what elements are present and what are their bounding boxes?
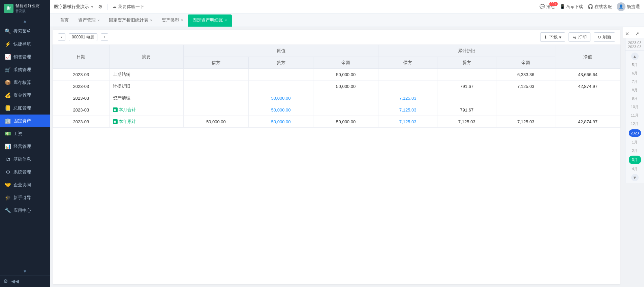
sidebar-item-inventory[interactable]: 📦 库存核算 bbox=[0, 76, 50, 89]
timeline-year-label2: 2023.03 bbox=[625, 45, 644, 49]
sidebar-item-apps[interactable]: 🔧 应用中心 bbox=[0, 204, 50, 217]
month-tag-icon: ▣ bbox=[113, 107, 118, 112]
nav-prev-button[interactable]: ‹ bbox=[58, 33, 65, 41]
sidebar-item-label: 库存核算 bbox=[13, 79, 31, 86]
cell-date: 2023-03 bbox=[53, 69, 110, 81]
tab-asset-type[interactable]: 资产类型 × bbox=[157, 14, 188, 27]
sidebar-nav: 🔍 搜索菜单 ⚡ 快捷导航 📈 销售管理 🛒 采购管理 📦 库存核算 💰 资金管… bbox=[0, 25, 50, 267]
sidebar-item-coop[interactable]: 🤝 企业协同 bbox=[0, 179, 50, 191]
asset-code-badge: 000001 电脑 bbox=[69, 33, 97, 41]
close-icon[interactable]: × bbox=[97, 18, 99, 22]
basic-icon: 🗂 bbox=[5, 156, 11, 162]
table-row: 2023-03 计提折旧 50,000.00 791.67 7,125.03 4… bbox=[53, 81, 620, 92]
timeline-month-4[interactable]: 4月 bbox=[625, 165, 644, 173]
sales-icon: 📈 bbox=[5, 54, 11, 60]
download-button[interactable]: ⬇ 下载 ▾ bbox=[540, 32, 565, 42]
timeline-month-9[interactable]: 9月 bbox=[625, 94, 644, 103]
tab-depreciation-stats-label: 固定资产折旧统计表 bbox=[109, 17, 148, 23]
user-avatar-button[interactable]: 👤 畅捷通 bbox=[617, 2, 640, 11]
cell-net-value bbox=[555, 104, 620, 116]
sidebar-item-fixed[interactable]: 🏢 固定资产 bbox=[0, 115, 50, 127]
sidebar-item-finance[interactable]: 💰 资金管理 bbox=[0, 89, 50, 102]
print-icon: 🖨 bbox=[572, 35, 577, 40]
close-icon[interactable]: × bbox=[225, 18, 227, 22]
timeline-month-6[interactable]: 6月 bbox=[625, 69, 644, 77]
app-label: App下载 bbox=[566, 4, 583, 10]
right-sidebar-timeline: 2023.03 2023.03 ▲ 5月 6月 7月 8月 9月 10月 11月… bbox=[625, 38, 644, 183]
scroll-down-button[interactable]: ▼ bbox=[0, 267, 50, 275]
timeline-year-badge[interactable]: 2023 bbox=[629, 129, 641, 137]
timeline-month-11[interactable]: 11月 bbox=[625, 111, 644, 120]
timeline-month-2[interactable]: 2月 bbox=[625, 147, 644, 155]
th-orig-balance: 余额 bbox=[313, 57, 378, 69]
cell-orig-balance: 50,000.00 bbox=[313, 69, 378, 81]
sidebar-item-system[interactable]: ⚙ 系统管理 bbox=[0, 166, 50, 179]
logo-icon: 财 bbox=[4, 4, 13, 13]
timeline-down-button[interactable]: ▼ bbox=[631, 174, 639, 181]
timeline-up-button[interactable]: ▲ bbox=[631, 53, 639, 60]
cell-net-value: 42,874.97 bbox=[555, 116, 620, 128]
experience-button[interactable]: ☁ 我要体验一下 bbox=[112, 4, 144, 10]
sidebar-item-search[interactable]: 🔍 搜索菜单 bbox=[0, 25, 50, 38]
tab-asset-mgmt[interactable]: 资产管理 × bbox=[73, 14, 104, 27]
timeline-month-12[interactable]: 12月 bbox=[625, 120, 644, 128]
sidebar-item-basic[interactable]: 🗂 基础信息 bbox=[0, 153, 50, 166]
sidebar-item-operation[interactable]: 📊 经营管理 bbox=[0, 140, 50, 153]
guide-icon: 🎓 bbox=[5, 195, 11, 201]
download-icon: ⬇ bbox=[544, 35, 548, 40]
timeline-month-10[interactable]: 10月 bbox=[625, 103, 644, 111]
cell-date: 2023-03 bbox=[53, 104, 110, 116]
table-row: 2023-03 上期结转 50,000.00 6,333.36 43,666.6… bbox=[53, 69, 620, 81]
tab-home[interactable]: 首页 bbox=[55, 14, 73, 27]
timeline-month-7[interactable]: 7月 bbox=[625, 77, 644, 86]
gear-icon[interactable]: ⚙ bbox=[98, 4, 102, 10]
message-button[interactable]: 💬 消息 99+ bbox=[540, 4, 555, 10]
timeline-month-1[interactable]: 1月 bbox=[625, 138, 644, 147]
timeline-year-label1: 2023.03 bbox=[625, 41, 644, 45]
service-button[interactable]: 🎧 在线客服 bbox=[588, 4, 612, 10]
maximize-panel-button[interactable]: ⤢ bbox=[633, 30, 641, 38]
cell-accum-credit: 791.67 bbox=[437, 81, 496, 92]
sidebar-item-quicknav[interactable]: ⚡ 快捷导航 bbox=[0, 38, 50, 51]
timeline-month-3[interactable]: 3月 bbox=[629, 156, 641, 164]
print-button[interactable]: 🖨 打印 bbox=[569, 32, 590, 42]
nav-next-button[interactable]: › bbox=[101, 33, 108, 41]
sidebar-item-sales[interactable]: 📈 销售管理 bbox=[0, 51, 50, 63]
refresh-button[interactable]: ↻ 刷新 bbox=[594, 32, 615, 42]
th-accum-credit: 贷方 bbox=[437, 57, 496, 69]
inventory-icon: 📦 bbox=[5, 79, 11, 86]
sidebar-item-guide[interactable]: 🎓 新手引导 bbox=[0, 191, 50, 204]
timeline-month-8[interactable]: 8月 bbox=[625, 86, 644, 94]
close-panel-button[interactable]: ✕ bbox=[623, 30, 631, 38]
app-download-button[interactable]: 📱 App下载 bbox=[560, 4, 583, 10]
close-icon[interactable]: × bbox=[150, 18, 152, 22]
timeline-header-top: 2023.03 2023.03 bbox=[625, 39, 644, 51]
sidebar-item-salary[interactable]: 💵 工资 bbox=[0, 127, 50, 140]
tab-asset-detail[interactable]: 固定资产明细账 × bbox=[188, 14, 232, 27]
close-icon[interactable]: × bbox=[181, 18, 183, 22]
tab-asset-detail-label: 固定资产明细账 bbox=[192, 17, 223, 23]
finance-icon: 💰 bbox=[5, 92, 11, 98]
th-date: 日期 bbox=[53, 45, 110, 69]
cell-summary: 资产清理 bbox=[109, 92, 183, 104]
company-selector[interactable]: 医疗器械行业演示 ▼ bbox=[54, 4, 94, 10]
cell-summary: 上期结转 bbox=[109, 69, 183, 81]
cell-accum-balance bbox=[496, 104, 555, 116]
th-net-value: 净值 bbox=[555, 45, 620, 69]
cell-accum-balance bbox=[496, 92, 555, 104]
sidebar-item-ledger[interactable]: 📒 总账管理 bbox=[0, 102, 50, 115]
cell-net-value: 43,666.64 bbox=[555, 69, 620, 81]
timeline-month-5[interactable]: 5月 bbox=[625, 61, 644, 69]
collapse-icon[interactable]: ◀◀ bbox=[11, 278, 19, 284]
company-name: 医疗器械行业演示 bbox=[54, 4, 89, 10]
detail-table: 日期 摘要 原值 累计折旧 净值 借方 贷方 余额 借方 贷方 余额 bbox=[53, 45, 620, 128]
cell-summary: ▣本月合计 bbox=[109, 104, 183, 116]
th-accumulated-depreciation: 累计折旧 bbox=[378, 45, 555, 57]
th-orig-debit: 借方 bbox=[183, 57, 248, 69]
sidebar-item-purchase[interactable]: 🛒 采购管理 bbox=[0, 63, 50, 76]
fixed-icon: 🏢 bbox=[5, 118, 11, 124]
scroll-up-button[interactable]: ▲ bbox=[0, 17, 50, 25]
cell-accum-balance: 7,125.03 bbox=[496, 116, 555, 128]
settings-icon[interactable]: ⚙ bbox=[3, 278, 8, 284]
tab-depreciation-stats[interactable]: 固定资产折旧统计表 × bbox=[104, 14, 157, 27]
